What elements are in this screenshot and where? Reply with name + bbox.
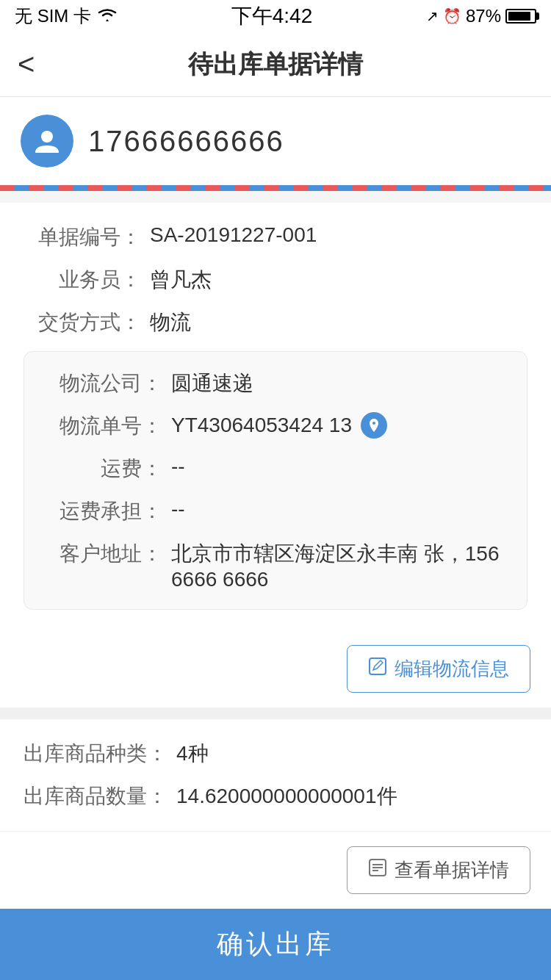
freight-label: 运费： <box>45 455 162 483</box>
freight-bear-row: 运费承担： -- <box>45 497 506 525</box>
customer-phone: 17666666666 <box>88 125 284 158</box>
address-value: 北京市市辖区海淀区永丰南 张，156 6666 6666 <box>162 540 506 591</box>
order-no-row: 单据编号： SA-20191227-001 <box>24 223 527 251</box>
freight-value: -- <box>162 455 506 478</box>
wifi-icon <box>97 6 118 26</box>
battery-percent: 87% <box>466 6 501 26</box>
basic-info-section: 单据编号： SA-20191227-001 业务员： 曾凡杰 交货方式： 物流 … <box>0 203 551 630</box>
product-quantity-value: 14.620000000000001件 <box>168 782 527 810</box>
delivery-row: 交货方式： 物流 <box>24 309 527 336</box>
customer-header: 17666666666 <box>0 97 551 185</box>
address-label: 客户地址： <box>45 540 162 568</box>
nav-bar: < 待出库单据详情 <box>0 32 551 97</box>
order-no-value: SA-20191227-001 <box>141 223 527 247</box>
edit-icon <box>368 657 387 681</box>
carrier-text: 无 SIM 卡 <box>15 4 91 28</box>
view-btn-row: 查看单据详情 <box>0 831 551 909</box>
freight-bear-label: 运费承担： <box>45 497 162 525</box>
svg-point-0 <box>41 131 53 143</box>
company-label: 物流公司： <box>45 370 162 397</box>
dashed-separator <box>0 185 551 191</box>
delivery-value: 物流 <box>141 309 527 336</box>
order-no-label: 单据编号： <box>24 223 141 251</box>
status-bar: 无 SIM 卡 下午4:42 ↗ ⏰ 87% <box>0 0 551 32</box>
company-value: 圆通速递 <box>162 370 506 397</box>
product-quantity-row: 出库商品数量： 14.620000000000001件 <box>24 782 527 810</box>
confirm-button[interactable]: 确认出库 <box>217 926 334 962</box>
freight-bear-value: -- <box>162 497 506 521</box>
product-types-label: 出库商品种类： <box>24 740 168 768</box>
freight-row: 运费： -- <box>45 455 506 483</box>
edit-btn-row: 编辑物流信息 <box>0 630 551 707</box>
tracking-location-icon[interactable] <box>361 412 387 439</box>
tracking-value: YT43064053424 13 <box>162 412 506 439</box>
delivery-label: 交货方式： <box>24 309 141 336</box>
edit-logistics-button[interactable]: 编辑物流信息 <box>347 645 530 693</box>
alarm-icon: ⏰ <box>443 7 461 25</box>
status-left: 无 SIM 卡 <box>15 4 118 28</box>
avatar <box>21 115 73 167</box>
product-types-value: 4种 <box>168 740 527 768</box>
product-types-row: 出库商品种类： 4种 <box>24 740 527 768</box>
address-row: 客户地址： 北京市市辖区海淀区永丰南 张，156 6666 6666 <box>45 540 506 591</box>
tracking-row: 物流单号： YT43064053424 13 <box>45 412 506 440</box>
status-right: ↗ ⏰ 87% <box>426 6 536 26</box>
svg-rect-1 <box>370 658 386 674</box>
tracking-label: 物流单号： <box>45 412 162 440</box>
edit-btn-label: 编辑物流信息 <box>395 656 509 682</box>
battery-icon <box>505 9 536 24</box>
page-title: 待出库单据详情 <box>188 48 363 82</box>
staff-label: 业务员： <box>24 266 141 294</box>
back-button[interactable]: < <box>18 48 35 81</box>
view-detail-button[interactable]: 查看单据详情 <box>347 846 530 894</box>
view-detail-label: 查看单据详情 <box>395 857 509 883</box>
location-status-icon: ↗ <box>426 7 439 25</box>
time-display: 下午4:42 <box>231 2 313 30</box>
product-section: 出库商品种类： 4种 出库商品数量： 14.620000000000001件 <box>0 719 551 831</box>
list-icon <box>368 858 387 882</box>
company-row: 物流公司： 圆通速递 <box>45 370 506 397</box>
staff-row: 业务员： 曾凡杰 <box>24 266 527 294</box>
confirm-btn-wrap: 确认出库 <box>0 909 551 980</box>
staff-value: 曾凡杰 <box>141 266 527 294</box>
product-quantity-label: 出库商品数量： <box>24 782 168 810</box>
logistics-card: 物流公司： 圆通速递 物流单号： YT43064053424 13 运费： --… <box>24 351 527 610</box>
section-divider <box>0 707 551 719</box>
